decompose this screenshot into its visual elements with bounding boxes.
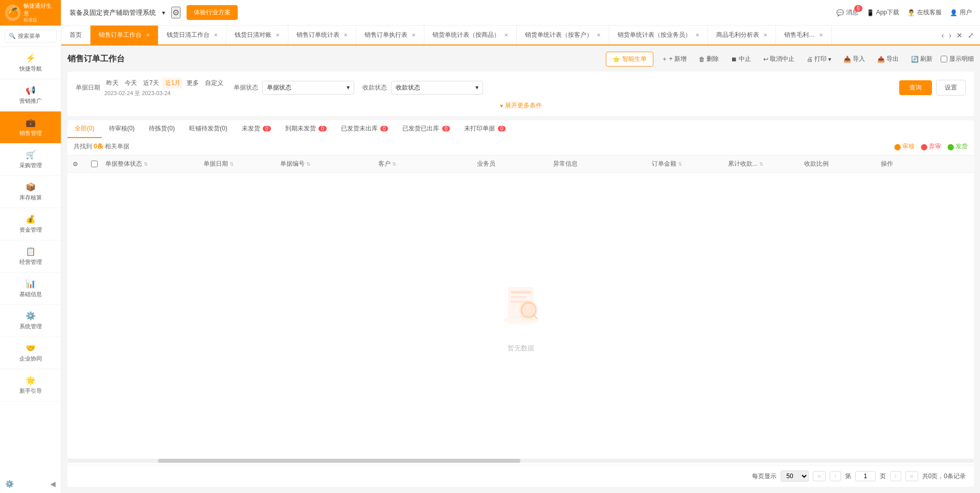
- tab-close-icon[interactable]: ✕: [695, 32, 699, 38]
- search-menu-button[interactable]: 🔍 搜索菜单: [4, 30, 57, 42]
- sub-tab-not-printed[interactable]: 未打印单据 0: [457, 120, 513, 138]
- collect-select[interactable]: 收款状态 ▾: [391, 81, 483, 95]
- sidebar-search[interactable]: 🔍 搜索菜单: [0, 26, 61, 47]
- sub-tab-all[interactable]: 全部(0): [67, 120, 102, 138]
- sort-amount-icon[interactable]: ⇅: [678, 161, 682, 167]
- tab-close-icon[interactable]: ✕: [214, 32, 218, 38]
- horizontal-scrollbar[interactable]: [67, 459, 974, 463]
- tab-close-icon[interactable]: ✕: [763, 32, 767, 38]
- system-dropdown[interactable]: ▾: [162, 9, 165, 16]
- inventory-icon: 📦: [26, 182, 36, 192]
- tab-sales-margin[interactable]: 销售毛利… ✕: [776, 26, 832, 44]
- sidebar-item-newbie[interactable]: 🌟 新手引导: [0, 369, 61, 401]
- user-action[interactable]: 👤 用户: [950, 8, 972, 17]
- refresh-button[interactable]: 🔄 刷新: [907, 53, 937, 65]
- tab-close-all-button[interactable]: ✕: [954, 30, 965, 40]
- set-button[interactable]: 设置: [936, 80, 966, 96]
- sub-tab-shipped-not-out[interactable]: 已发货未出库 0: [334, 120, 396, 138]
- tab-daily-reconcile[interactable]: 钱货日清对账 ✕: [226, 26, 288, 44]
- new-button[interactable]: ＋ + 新增: [657, 53, 691, 65]
- sub-tab-pending-review[interactable]: 待审核(0): [102, 120, 142, 138]
- status-select[interactable]: 单据状态 ▾: [262, 81, 354, 95]
- print-button[interactable]: 🖨 打印 ▾: [803, 53, 835, 65]
- date-1month-btn[interactable]: 近1月: [163, 78, 183, 88]
- sub-tab-wangpu[interactable]: 旺铺待发货(0): [182, 120, 235, 138]
- th-collected-label: 累计收款...: [728, 160, 758, 168]
- import-button[interactable]: 📥 导入: [839, 53, 869, 65]
- sidebar-item-system[interactable]: ⚙️ 系统管理: [0, 305, 61, 337]
- date-today-btn[interactable]: 今天: [123, 78, 139, 88]
- tab-next-button[interactable]: ›: [947, 30, 953, 40]
- settings-icon[interactable]: ⚙: [171, 7, 180, 18]
- tab-sales-workbench[interactable]: 销售订单工作台 ✕: [90, 26, 158, 44]
- stop-button[interactable]: ⏹ 中止: [727, 53, 755, 65]
- prev-page-button[interactable]: ‹: [830, 471, 841, 481]
- th-checkbox[interactable]: [86, 161, 100, 167]
- delete-button[interactable]: 🗑 删除: [695, 53, 723, 65]
- first-page-button[interactable]: «: [813, 471, 826, 481]
- app-download-action[interactable]: 📱 App下载: [867, 8, 899, 17]
- sub-tab-not-shipped[interactable]: 未发货 0: [235, 120, 278, 138]
- tab-close-icon[interactable]: ✕: [412, 32, 416, 38]
- date-yesterday-btn[interactable]: 昨天: [104, 78, 121, 88]
- sidebar-item-inventory[interactable]: 📦 库存核算: [0, 176, 61, 208]
- tab-sales-exec[interactable]: 销售订单执行表 ✕: [356, 26, 424, 44]
- tab-close-icon[interactable]: ✕: [276, 32, 280, 38]
- sort-status-icon[interactable]: ⇅: [144, 161, 148, 167]
- sidebar-item-basic[interactable]: 📊 基础信息: [0, 273, 61, 305]
- settings-bottom-button[interactable]: ⚙️: [5, 480, 14, 488]
- sidebar-item-sales[interactable]: 💼 销售管理: [0, 111, 61, 144]
- smart-create-button[interactable]: ⭐ 智能生单: [606, 52, 653, 66]
- tab-close-icon[interactable]: ✕: [819, 32, 823, 38]
- tab-home[interactable]: 首页: [61, 26, 90, 44]
- page-input[interactable]: [855, 471, 876, 481]
- export-button[interactable]: 📤 导出: [873, 53, 903, 65]
- last-page-button[interactable]: »: [905, 471, 918, 481]
- ship-button[interactable]: ⬤ 发货: [947, 142, 968, 151]
- tab-close-icon[interactable]: ✕: [344, 32, 348, 38]
- sort-customer-icon[interactable]: ⇅: [392, 161, 396, 167]
- online-service-action[interactable]: 👨‍💼 在线客服: [907, 8, 942, 17]
- collapse-button[interactable]: ◀: [50, 480, 56, 488]
- tab-customer-stats[interactable]: 销货单统计表（按客户） ✕: [517, 26, 609, 44]
- sub-tab-pending-pick[interactable]: 待拣货(0): [142, 120, 182, 138]
- sidebar-item-marketing[interactable]: 📢 营销推广: [0, 79, 61, 111]
- show-detail-checkbox[interactable]: 显示明细: [941, 55, 974, 63]
- expand-conditions-button[interactable]: ▾ 展开更多条件: [500, 101, 542, 110]
- tab-sales-stats[interactable]: 销售订单统计表 ✕: [288, 26, 356, 44]
- sidebar-item-purchase[interactable]: 🛒 采购管理: [0, 144, 61, 176]
- sub-tab-shipped-out[interactable]: 已发货已出库 0: [395, 120, 457, 138]
- date-custom-btn[interactable]: 自定义: [203, 78, 225, 88]
- sort-date-icon[interactable]: ⇅: [230, 161, 234, 167]
- tab-goods-stats[interactable]: 销货单统计表（按商品） ✕: [424, 26, 517, 44]
- tab-close-icon[interactable]: ✕: [597, 32, 601, 38]
- tab-close-icon[interactable]: ✕: [146, 32, 150, 38]
- tab-staff-stats[interactable]: 销货单统计表（按业务员） ✕: [609, 26, 708, 44]
- sidebar-item-finance[interactable]: 💰 资金管理: [0, 208, 61, 240]
- next-page-button[interactable]: ›: [890, 471, 901, 481]
- show-detail-input[interactable]: [941, 56, 947, 62]
- sidebar-item-operations[interactable]: 📋 经营管理: [0, 240, 61, 273]
- date-7days-btn[interactable]: 近7天: [141, 78, 161, 88]
- scrollbar-thumb[interactable]: [158, 459, 520, 463]
- query-button[interactable]: 查询: [899, 80, 932, 95]
- cancel-stop-button[interactable]: ↩ 取消中止: [759, 53, 799, 65]
- sidebar-item-quick-nav[interactable]: ⚡ 快捷导航: [0, 47, 61, 79]
- tab-expand-button[interactable]: ⤢: [966, 30, 976, 40]
- tab-daily-clear[interactable]: 钱货日清工作台 ✕: [158, 26, 226, 44]
- th-settings[interactable]: ⚙: [67, 161, 86, 168]
- experience-button[interactable]: 体验行业方案: [187, 5, 238, 20]
- tab-close-icon[interactable]: ✕: [504, 32, 508, 38]
- audit-button[interactable]: ⬤ 审核: [894, 142, 915, 151]
- tab-margin-analysis[interactable]: 商品毛利分析表 ✕: [708, 26, 776, 44]
- tab-prev-button[interactable]: ‹: [940, 30, 946, 40]
- sort-collected-icon[interactable]: ⇅: [759, 161, 763, 167]
- message-action[interactable]: 💬 消息 6: [836, 8, 858, 17]
- date-more-btn[interactable]: 更多: [185, 78, 201, 88]
- select-all-checkbox[interactable]: [91, 161, 98, 167]
- sub-tab-overdue-ship[interactable]: 到期未发货 0: [278, 120, 334, 138]
- sort-number-icon[interactable]: ⇅: [306, 161, 310, 167]
- abandon-button[interactable]: ⬤ 弃审: [921, 142, 941, 151]
- sidebar-item-enterprise[interactable]: 🤝 企业协同: [0, 337, 61, 369]
- per-page-select[interactable]: 50 100 200: [781, 470, 809, 482]
